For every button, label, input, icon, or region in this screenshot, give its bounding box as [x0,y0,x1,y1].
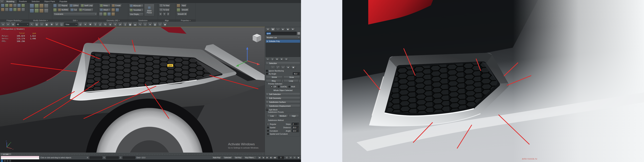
zoom-icon[interactable]: ◎ [285,156,288,159]
next-frame-icon[interactable]: ▶| [269,156,273,159]
group-label-polygon-modeling[interactable]: Polygon Modeling▾ [0,19,29,22]
settings-icon[interactable] [21,8,25,12]
loop-selection-icon[interactable] [39,4,44,8]
object-color-swatch[interactable] [297,32,300,35]
edge-subobject-icon[interactable]: ╱ [276,66,280,69]
smooth-button[interactable]: Smooth [181,8,189,12]
shrink-selection-icon[interactable] [30,4,34,8]
attach-button[interactable]: Attach▾ [99,8,111,12]
configure-modifier-sets-icon[interactable]: ⚙ [284,58,288,61]
create-tab[interactable]: ✚ [266,28,270,31]
preview-subobj-radio[interactable]: SubObj [278,86,286,88]
group-label-geometry-all[interactable]: Geometry (All)▾ [98,19,128,22]
preset-high-button[interactable]: High [289,114,299,118]
angle-snap-icon[interactable]: ∠ [98,22,102,27]
z-coordinate-field[interactable] [122,156,136,159]
by-angle-value-spinner[interactable]: 45.0▴▾ [293,72,300,75]
geometry-extra-icon-2[interactable] [116,8,119,12]
polygon-subobject-icon[interactable]: ■ [286,66,290,69]
method-spatial-radio[interactable]: Spatial [267,126,276,128]
taskbar-app-icon[interactable] [6,160,8,162]
geometry-extra-icon-1[interactable] [111,8,115,12]
go-to-end-icon[interactable]: ▶▶ [273,156,277,159]
spinner-snap-icon[interactable]: ◈ [108,22,112,27]
windows-start-icon[interactable] [1,160,3,162]
relax-button[interactable]: Relax▾ [99,4,110,8]
angle-spinner[interactable]: 10.0▴▾ [292,130,299,132]
current-frame-field[interactable]: 0 [278,156,284,159]
ribbon-tab-modeling[interactable]: Modeling [4,0,17,3]
vertex-subobject-icon[interactable]: ∴ [270,66,275,69]
pinch-icon[interactable] [1,8,4,12]
qslice-button[interactable]: QSlice [69,4,79,8]
preset-medium-button[interactable]: Medium [278,114,288,118]
select-and-rotate-icon[interactable]: ↺ [54,22,59,27]
tessellate-button[interactable]: Tessellate▾ [129,8,144,12]
align-y-button[interactable]: Y [163,12,166,16]
rollout-selection[interactable]: −Selection [266,62,300,65]
listener-script-row[interactable] [1,158,39,159]
maximize-viewport-icon[interactable]: ▣ [297,156,300,159]
set-key-button[interactable]: Set Key [234,156,243,159]
selection-filter-dropdown[interactable]: All▾ [16,22,29,26]
properties-extra-icon-2[interactable] [177,8,180,12]
unlink-selection-icon[interactable]: ✂ [6,22,10,27]
ring-spinner-icon[interactable]: ▴▾ [282,80,282,82]
topology-icon[interactable] [9,8,13,12]
schematic-view-icon[interactable]: ◇ [143,22,147,27]
smooth-30-button[interactable]: Smooth 30 [177,12,187,16]
group-label-edit[interactable]: Edit▾ [52,19,98,22]
timeline[interactable]: 0 / 100 [0,152,265,156]
curve-editor-icon[interactable]: ∿ [138,22,142,27]
ribbon-tab-freeform[interactable]: Freeform [17,0,29,3]
use-pivot-center-icon[interactable]: ◎ [78,22,82,27]
properties-extra-icon-1[interactable] [177,4,180,8]
create-button[interactable]: Create [111,4,122,8]
vertex-mode-icon[interactable] [1,4,4,7]
render-setup-icon[interactable]: ▧ [153,22,157,27]
previous-frame-icon[interactable]: ◀ [262,156,265,159]
modifier-list-dropdown[interactable]: Modifier List▾ [266,36,300,39]
geometry-extra-icon-4[interactable] [103,12,107,16]
group-label-align[interactable]: Align [158,19,176,22]
ribbon-menu-icon[interactable]: ▾ [0,0,4,3]
pan-icon[interactable]: ✛ [289,156,292,159]
taskbar-app-icon[interactable] [9,160,11,162]
split-mesh-checkbox[interactable]: ✓ [266,109,268,111]
polygon-mode-icon[interactable] [13,4,17,7]
layer-explorer-icon[interactable]: ▦ [128,22,132,27]
geometry-extra-icon-3[interactable] [99,12,103,16]
percent-snap-icon[interactable]: % [103,22,108,27]
msmooth-button[interactable]: MSmooth▾ [129,4,144,8]
named-selection-sets-icon[interactable]: ≡ [113,22,118,27]
y-coordinate-field[interactable] [106,156,119,159]
step-loop-icon[interactable] [39,8,44,13]
steps-spinner[interactable]: 2▴▾ [292,123,299,125]
ring-button[interactable]: Ring [266,79,281,82]
display-tab[interactable]: ▣ [286,28,290,31]
grow-selection-icon[interactable] [34,4,39,8]
select-and-scale-icon[interactable]: ◱ [60,22,64,27]
repeat-button[interactable]: Repeat [57,4,68,8]
grow-button[interactable]: Grow [284,76,300,79]
render-production-icon[interactable]: ◆ [163,22,167,27]
keyboard-override-icon[interactable]: ✱ [88,22,92,27]
shrink-button[interactable]: Shrink [266,76,283,79]
align-icon[interactable]: ∥ [123,22,128,27]
cut-button[interactable]: Cut [70,8,78,12]
edit-extra-icon-1[interactable] [53,4,57,8]
nurms-button[interactable]: NURMS [57,8,69,12]
make-unique-icon[interactable]: ✱ [275,58,279,61]
swift-loop-button[interactable]: Swift Loop [80,4,94,8]
rectangular-selection-icon[interactable]: ▭ [40,22,44,27]
border-mode-icon[interactable] [9,4,13,7]
window-crossing-icon[interactable]: ▣ [44,22,49,27]
show-end-result-icon[interactable]: ∥ [270,58,274,61]
align-z-button[interactable]: Z [166,12,170,16]
pin-stack-icon[interactable]: ▾ [266,58,270,61]
ignore-backfacing-checkbox[interactable] [266,70,268,72]
to-grid-button[interactable]: To Grid [159,8,170,12]
remove-modifier-icon[interactable]: ✖ [280,58,284,61]
border-subobject-icon[interactable]: ◇ [281,66,285,69]
element-subobject-icon[interactable]: ▣ [291,66,296,69]
